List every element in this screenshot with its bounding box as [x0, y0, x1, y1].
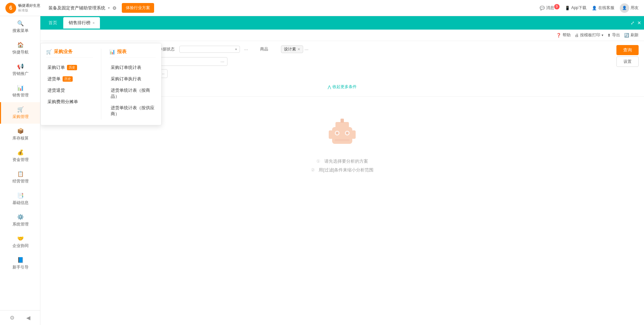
sidebar-item-stock[interactable]: 📦 库存核算	[0, 124, 40, 145]
logo-area: 6 畅捷通好生意 标准版	[5, 3, 46, 13]
goods-receipt-history-badge: 历史	[63, 76, 73, 82]
svg-rect-9	[335, 139, 350, 141]
salesperson-select[interactable]: ···	[160, 57, 227, 66]
sales-icon: 📊	[17, 85, 24, 91]
sidebar: 🔍 搜索菜单 🏠 快捷导航 📢 营销推广 📊 销售管理 🛒 采购管理 📦 库存核…	[0, 16, 40, 325]
header-right: 💬 消息 9 📱 App下载 👤 在线客服 👤 用友	[540, 3, 639, 13]
setting-button[interactable]: 设置	[616, 56, 639, 67]
tab-bar: 首页 销售排行榜 × ⤢ ✕	[40, 16, 644, 30]
sidebar-item-enterprise[interactable]: 🤝 企业协同	[0, 231, 40, 253]
online-service-button[interactable]: 👤 在线客服	[592, 5, 614, 11]
app-download-button[interactable]: 📱 App下载	[565, 5, 586, 11]
query-buttons: 查询 设置	[616, 45, 639, 67]
popup-goods-return[interactable]: 进货退货	[46, 85, 93, 96]
tab-maximize-icon[interactable]: ⤢	[631, 20, 635, 26]
main-content: 首页 销售排行榜 × ⤢ ✕ ❓ 帮助 🖨 按模板打印	[40, 16, 644, 325]
toolbar-row: ❓ 帮助 🖨 按模板打印 ▾ ⬆ 导出 🔄 刷新	[40, 30, 644, 41]
popup-purchase-order-exec[interactable]: 采购订单执行表	[109, 73, 156, 85]
system-title-area: 装备及固定资产辅助管理系统 ▾	[48, 5, 110, 11]
popup-divider	[101, 49, 101, 120]
user-avatar: 👤	[620, 3, 629, 13]
sidebar-item-search[interactable]: 🔍 搜索菜单	[0, 16, 40, 38]
sidebar-item-newcomer[interactable]: 📘 新手引导	[0, 253, 40, 274]
print-icon: 🖨	[575, 33, 579, 38]
popup-purchase-order[interactable]: 采购订单 历史	[46, 62, 93, 73]
voucher-status-dropdown-icon: ▾	[235, 47, 237, 51]
voucher-status-select[interactable]: ▾	[179, 46, 240, 53]
sidebar-settings-button[interactable]: ⚙	[10, 315, 14, 321]
svg-point-5	[336, 132, 338, 134]
sidebar-item-marketing[interactable]: 📢 营销推广	[0, 59, 40, 81]
export-button[interactable]: ⬆ 导出	[607, 32, 620, 38]
empty-hint-2: ② 用[过滤]条件来缩小分析范围	[311, 166, 374, 174]
sidebar-item-finance[interactable]: 💰 资金管理	[0, 145, 40, 167]
svg-rect-1	[335, 122, 349, 129]
print-button[interactable]: 🖨 按模板打印 ▾	[575, 32, 603, 38]
tab-home[interactable]: 首页	[43, 17, 63, 29]
sidebar-item-quick-nav[interactable]: 🏠 快捷导航	[0, 38, 40, 59]
popup-goods-stat-by-goods[interactable]: 进货单统计表（按商品）	[109, 85, 156, 102]
popup-purchase-order-stat[interactable]: 采购订单统计表	[109, 62, 156, 73]
newcomer-icon: 📘	[17, 257, 24, 263]
goods-more-dots[interactable]: ···	[305, 47, 309, 52]
logo-sub: 标准版	[18, 8, 40, 13]
sidebar-item-system[interactable]: ⚙️ 系统管理	[0, 210, 40, 231]
goods-label: 商品	[260, 46, 277, 52]
popup-goods-receipt[interactable]: 进货单 历史	[46, 73, 93, 85]
marketing-icon: 📢	[17, 63, 24, 70]
sidebar-bottom: ⚙ ◀	[0, 310, 40, 325]
user-menu-button[interactable]: 👤 用友	[620, 3, 639, 13]
print-dropdown-icon: ▾	[602, 33, 603, 37]
svg-rect-0	[332, 127, 352, 144]
goods-tag-close[interactable]: ✕	[297, 47, 300, 51]
query-button[interactable]: 查询	[616, 45, 639, 55]
sidebar-item-purchase[interactable]: 🛒 采购管理	[0, 102, 40, 124]
goods-filter: 设计素 ✕ ···	[281, 45, 309, 53]
enterprise-icon: 🤝	[17, 235, 24, 242]
service-icon: 👤	[592, 6, 597, 10]
purchase-order-history-badge: 历史	[67, 65, 77, 70]
purchase-business-col: 🛒 采购业务 采购订单 历史 进货单 历史	[46, 49, 93, 120]
voucher-status-more-dots[interactable]: ···	[244, 47, 248, 52]
purchase-icon: 🛒	[17, 106, 24, 113]
sidebar-item-basic-info[interactable]: 📑 基础信息	[0, 188, 40, 210]
collapse-icon: ⋀	[328, 85, 331, 89]
system-icon: ⚙️	[17, 214, 24, 220]
tab-close-all-icon[interactable]: ✕	[637, 20, 641, 26]
phone-icon: 📱	[565, 6, 570, 10]
settings-gear-button[interactable]: ⚙	[110, 3, 119, 13]
salesperson-more-dots[interactable]: ···	[220, 59, 224, 64]
logo-text: 畅捷通好生意	[18, 3, 40, 8]
popup-purchase-expense[interactable]: 采购费用分摊单	[46, 96, 93, 108]
export-icon: ⬆	[607, 33, 611, 38]
svg-rect-2	[341, 119, 344, 123]
sidebar-item-sales[interactable]: 📊 销售管理	[0, 81, 40, 102]
operations-icon: 📋	[17, 171, 24, 177]
messages-button[interactable]: 💬 消息 9	[540, 5, 560, 11]
help-icon: ❓	[556, 33, 561, 38]
main-layout: 🔍 搜索菜单 🏠 快捷导航 📢 营销推广 📊 销售管理 🛒 采购管理 📦 库存核…	[0, 16, 644, 325]
svg-rect-7	[329, 130, 333, 139]
purchase-popup-menu: 🛒 采购业务 采购订单 历史 进货单 历史	[40, 43, 162, 125]
tab-bar-right: ⤢ ✕	[631, 20, 641, 26]
help-button[interactable]: ❓ 帮助	[556, 32, 571, 38]
logo-icon: 6	[5, 3, 16, 13]
system-title: 装备及固定资产辅助管理系统	[48, 5, 105, 11]
tab-close-icon[interactable]: ×	[93, 21, 95, 25]
industry-button[interactable]: 体验行业方案	[122, 3, 154, 13]
message-badge: 9	[554, 4, 560, 9]
popup-goods-stat-by-supplier[interactable]: 进货单统计表（按供应商）	[109, 102, 156, 120]
goods-tag: 设计素 ✕	[281, 45, 303, 53]
sidebar-item-operations[interactable]: 📋 经营管理	[0, 167, 40, 188]
top-header: 6 畅捷通好生意 标准版 装备及固定资产辅助管理系统 ▾ ⚙ 体验行业方案 💬 …	[0, 0, 644, 16]
home-icon: 🏠	[17, 42, 24, 48]
empty-hint-1: ① 请先选择要分析的方案	[316, 157, 368, 166]
collapse-button[interactable]: ⋀ 收起更多条件	[328, 84, 357, 90]
sidebar-collapse-button[interactable]: ◀	[26, 315, 30, 321]
message-icon: 💬	[540, 6, 545, 10]
search-icon: 🔍	[17, 20, 24, 27]
content-area: ❓ 帮助 🖨 按模板打印 ▾ ⬆ 导出 🔄 刷新	[40, 30, 644, 325]
report-col-title: 📊 报表	[109, 49, 156, 58]
refresh-button[interactable]: 🔄 刷新	[624, 32, 639, 38]
tab-sales-rank[interactable]: 销售排行榜 ×	[63, 17, 100, 29]
